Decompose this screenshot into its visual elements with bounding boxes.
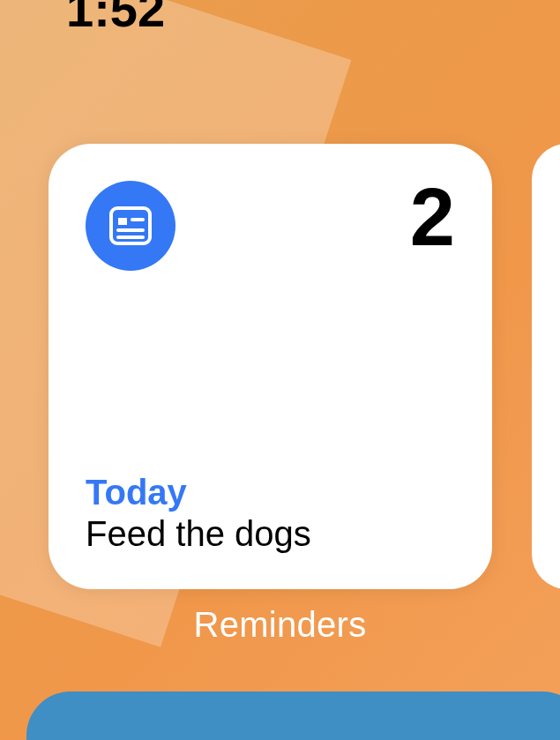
widget-header: 2 [86,181,455,271]
widget-app-label: Reminders [193,605,366,645]
widget-body: Today Feed the dogs [86,473,311,554]
reminder-count: 2 [410,176,455,258]
reminder-item-text: Feed the dogs [86,514,311,554]
svg-rect-1 [118,218,127,225]
adjacent-widget-peek[interactable] [532,144,560,589]
status-bar-time: 1:52 [66,0,165,38]
dock-bar[interactable] [26,691,560,740]
today-list-icon [86,181,175,271]
section-label: Today [86,473,311,512]
reminders-widget[interactable]: 2 Today Feed the dogs [49,144,492,589]
